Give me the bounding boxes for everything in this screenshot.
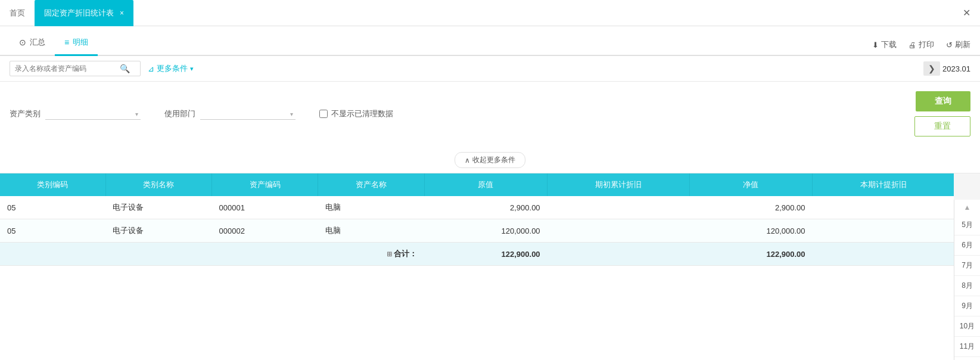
cell-net-value: 2,900.00 <box>689 196 812 219</box>
collapse-label: 收起更多条件 <box>472 155 515 165</box>
month-item-11[interactable]: 11月 <box>954 337 980 357</box>
cell-asset-name: 电脑 <box>318 196 424 219</box>
cell-category-code: 05 <box>0 196 105 219</box>
cell-net-value: 120,000.00 <box>689 219 812 243</box>
active-tab[interactable]: 固定资产折旧统计表 × <box>35 0 133 26</box>
col-asset-name: 资产名称 <box>318 173 424 196</box>
total-label: ⊞ 合计： <box>0 243 424 266</box>
cell-accumulated-depreciation <box>547 196 690 219</box>
month-item-10[interactable]: 10月 <box>954 316 980 337</box>
cell-category-name: 电子设备 <box>105 196 211 219</box>
print-icon: 🖨 <box>909 41 916 49</box>
tab-summary[interactable]: ⊙ 汇总 <box>10 30 55 56</box>
detail-tab-icon: ≡ <box>64 38 69 47</box>
tab-close-icon[interactable]: × <box>120 9 124 17</box>
summary-tab-label: 汇总 <box>30 37 45 48</box>
month-item-9[interactable]: 9月 <box>954 296 980 316</box>
total-original-value: 122,900.00 <box>424 243 547 266</box>
month-item-8[interactable]: 8月 <box>954 276 980 296</box>
more-conditions-label: 更多条件 <box>157 63 188 74</box>
total-icon: ⊞ <box>387 250 392 257</box>
total-current-depreciation <box>813 243 954 266</box>
refresh-icon: ↺ <box>946 41 953 49</box>
search-box: 🔍 <box>10 61 141 76</box>
reset-button[interactable]: 重置 <box>914 116 970 136</box>
home-nav[interactable]: 首页 <box>10 8 35 18</box>
asset-category-label: 资产类别 <box>10 108 41 119</box>
month-item-7[interactable]: 7月 <box>954 256 980 276</box>
table-row: 05 电子设备 000001 电脑 2,900.00 2,900.00 <box>0 196 954 219</box>
download-icon: ⬇ <box>872 41 879 49</box>
no-cleared-label[interactable]: 不显示已清理数据 <box>331 108 393 119</box>
search-input[interactable] <box>15 64 116 73</box>
cell-original-value: 2,900.00 <box>424 196 547 219</box>
col-asset-code: 资产编码 <box>212 173 318 196</box>
tab-label: 固定资产折旧统计表 <box>44 8 114 18</box>
cell-category-code: 05 <box>0 219 105 243</box>
department-select[interactable] <box>200 108 295 120</box>
sidebar-scroll-up[interactable]: ▲ <box>954 200 980 215</box>
chevron-up-icon: ∧ <box>465 156 470 165</box>
col-original-value: 原值 <box>424 173 547 196</box>
col-net-value: 净值 <box>689 173 812 196</box>
download-button[interactable]: ⬇ 下载 <box>872 39 897 50</box>
filter-icon: ⊿ <box>148 64 154 73</box>
total-accumulated-depreciation <box>547 243 690 266</box>
print-label: 打印 <box>919 39 934 50</box>
cell-category-name: 电子设备 <box>105 219 211 243</box>
more-conditions-btn[interactable]: ⊿ 更多条件 ▾ <box>148 63 194 74</box>
summary-tab-icon: ⊙ <box>19 38 26 47</box>
chevron-down-icon: ▾ <box>190 65 194 73</box>
date-label: 2023.01 <box>942 64 970 73</box>
tab-detail[interactable]: ≡ 明细 <box>55 30 98 56</box>
department-label: 使用部门 <box>164 108 195 119</box>
cell-current-depreciation <box>813 219 954 243</box>
refresh-label: 刷新 <box>955 39 970 50</box>
cell-asset-code: 000002 <box>212 219 318 243</box>
total-row: ⊞ 合计： 122,900.00 122,900.00 <box>0 243 954 266</box>
cell-accumulated-depreciation <box>547 219 690 243</box>
query-button[interactable]: 查询 <box>916 91 970 111</box>
collapse-conditions-btn[interactable]: ∧ 收起更多条件 <box>455 152 525 168</box>
print-button[interactable]: 🖨 打印 <box>909 39 934 50</box>
col-category-name: 类别名称 <box>105 173 211 196</box>
col-category-code: 类别编码 <box>0 173 105 196</box>
cell-current-depreciation <box>813 196 954 219</box>
download-label: 下载 <box>881 39 897 50</box>
cell-asset-code: 000001 <box>212 196 318 219</box>
refresh-button[interactable]: ↺ 刷新 <box>946 39 970 50</box>
detail-tab-label: 明细 <box>73 37 88 48</box>
no-cleared-checkbox[interactable] <box>319 110 328 118</box>
cell-asset-name: 电脑 <box>318 219 424 243</box>
total-net-value: 122,900.00 <box>689 243 812 266</box>
month-item-12[interactable]: 12月 <box>954 357 980 360</box>
date-prev-arrow[interactable]: ❯ <box>923 61 940 76</box>
month-item-5[interactable]: 5月 <box>954 215 980 235</box>
col-current-depreciation: 本期计提折旧 <box>813 173 954 196</box>
col-accumulated-depreciation: 期初累计折旧 <box>547 173 690 196</box>
month-item-6[interactable]: 6月 <box>954 235 980 256</box>
asset-category-select[interactable] <box>45 108 141 120</box>
table-row: 05 电子设备 000002 电脑 120,000.00 120,000.00 <box>0 219 954 243</box>
window-close-icon[interactable]: ✕ <box>963 7 970 18</box>
cell-original-value: 120,000.00 <box>424 219 547 243</box>
search-icon: 🔍 <box>120 64 130 73</box>
